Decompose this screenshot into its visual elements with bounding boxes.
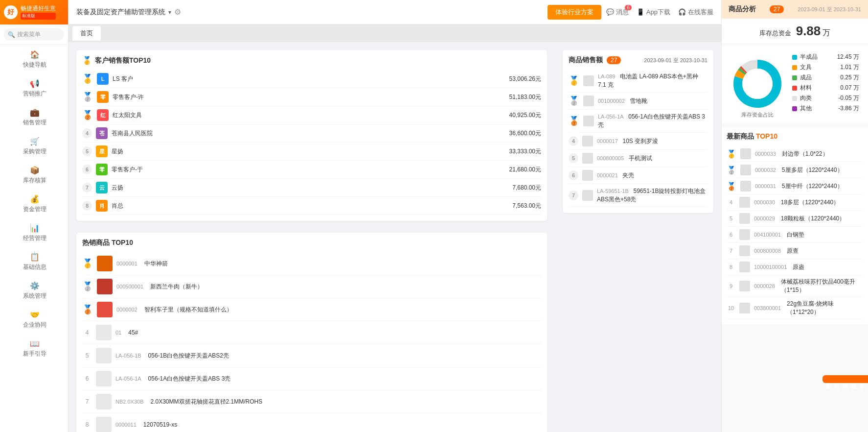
sidebar-item-home[interactable]: 🏠 快捷导航 <box>0 45 68 74</box>
sidebar-item-operation[interactable]: 📊 经营管理 <box>0 218 68 247</box>
new-product-item[interactable]: 10 003800001 22g鱼豆腐-烧烤味（1*12*20） <box>727 297 863 319</box>
hot-product-item[interactable]: 6 LA-056-1A 056-1A白色按键开关盖ABS 3壳 <box>82 367 541 390</box>
svg-rect-19 <box>739 197 750 208</box>
customer-rank-item[interactable]: 7 云 云扬 7,680.00元 <box>82 179 541 197</box>
try-plan-button[interactable]: 体验行业方案 <box>548 5 601 20</box>
app-download-action[interactable]: 📱 App下载 <box>637 8 670 17</box>
sidebar-item-basic[interactable]: 📋 基础信息 <box>0 247 68 276</box>
sidebar-item-guide[interactable]: 📖 新手引导 <box>0 334 68 363</box>
customer-value: 53,006.26元 <box>509 75 541 83</box>
content-columns: 🥇 客户销售额TOP10 🥇 L LS 客户 53,006.26元 🥈 零 零售… <box>69 42 721 432</box>
messages-action[interactable]: 💬 消息 6 <box>606 8 629 17</box>
corp-icon: 🤝 <box>30 310 40 319</box>
hot-products-panel: 热销商品 TOP10 🥇 0000001 中华神箭 🥈 000500001 新西… <box>76 233 547 432</box>
new-product-item[interactable]: 5 0000029 18颗粒板（1220*2440） <box>727 211 863 227</box>
home-icon: 🏠 <box>30 50 40 59</box>
medal-icon: 🥉 <box>82 304 93 315</box>
hot-product-item[interactable]: 5 LA-056-1B 056-1B白色按键开关盖ABS2壳 <box>82 344 541 367</box>
new-product-item[interactable]: 7 000800008 原查 <box>727 243 863 259</box>
new-product-item[interactable]: 🥈 0000032 5厘多层（1220*2440） <box>727 162 863 178</box>
legend-item: 材料 0.07 万 <box>792 84 859 92</box>
customer-rank-item[interactable]: 8 肖 肖总 7,563.00元 <box>82 197 541 215</box>
new-product-item[interactable]: 🥇 0000033 封边带（1.0*22） <box>727 146 863 162</box>
product-rank-item[interactable]: 6 0000021 夹壳 <box>569 167 708 184</box>
svg-rect-9 <box>582 190 593 201</box>
product-rank-item[interactable]: 4 0000017 10S 变刹罗浚 <box>569 133 708 150</box>
product-name: 45# <box>128 329 138 336</box>
legend-value: 0.25 万 <box>840 73 859 82</box>
product-code: 0000017 <box>597 138 618 144</box>
sidebar-item-inventory[interactable]: 📦 库存核算 <box>0 161 68 190</box>
rank-number: 7 <box>569 191 578 200</box>
float-customer-service[interactable]: 客服热线服务社区直播 <box>822 375 868 383</box>
customer-rank-list: 🥇 L LS 客户 53,006.26元 🥈 零 零售客户-许 51,183.0… <box>82 70 541 215</box>
sidebar-item-purchase[interactable]: 🛒 采购管理 <box>0 132 68 161</box>
product-code: 0000002 <box>116 307 137 312</box>
new-product-item[interactable]: 4 0000030 18多层（1220*2440） <box>727 194 863 211</box>
sidebar-item-marketing[interactable]: 📢 营销推广 <box>0 74 68 103</box>
message-icon: 💬 <box>606 8 614 16</box>
svg-rect-17 <box>740 165 751 175</box>
online-service-action[interactable]: 🎧 在线客服 <box>678 8 713 17</box>
customer-rank-item[interactable]: 5 星 星扬 33,333.00元 <box>82 143 541 161</box>
product-info: LA-056-1A 056-1A白色按键开关盖ABS 3 壳 <box>598 113 708 129</box>
tab-home[interactable]: 首页 <box>72 26 101 41</box>
sidebar-item-sales[interactable]: 💼 销售管理 <box>0 103 68 132</box>
product-img <box>740 148 751 159</box>
product-rank-title-text: 商品销售额 <box>569 56 603 65</box>
hot-product-item[interactable]: 🥈 000500001 新西兰牛肉（新牛） <box>82 275 541 298</box>
customer-name: 苍南县人民医院 <box>112 129 505 138</box>
customer-rank-title: 🥇 客户销售额TOP10 <box>82 56 541 65</box>
hot-product-item[interactable]: 🥉 0000002 智利车子里（规格不知道填什么） <box>82 298 541 321</box>
customer-rank-item[interactable]: 6 零 零售客户-于 21,680.00元 <box>82 161 541 179</box>
product-rank-item[interactable]: 🥉 LA-056-1A 056-1A白色按键开关盖ABS 3 壳 <box>569 110 708 133</box>
svg-rect-7 <box>582 153 593 164</box>
product-rank-item[interactable]: 5 000800005 手机测试 <box>569 150 708 167</box>
customer-rank-item[interactable]: 🥇 L LS 客户 53,006.26元 <box>82 70 541 88</box>
product-thumbnail <box>97 302 113 317</box>
product-name: 5厘中纤（1220*2440） <box>782 182 863 191</box>
svg-rect-25 <box>739 303 750 313</box>
settings-icon[interactable]: ⚙ <box>174 7 181 17</box>
svg-rect-18 <box>740 181 751 192</box>
search-menu-trigger[interactable]: 🔍 搜索菜单 <box>4 28 64 41</box>
sidebar-item-corp[interactable]: 🤝 企业协同 <box>0 305 68 334</box>
hot-product-item[interactable]: 🥇 0000001 中华神箭 <box>82 252 541 275</box>
sidebar-item-finance[interactable]: 💰 资金管理 <box>0 190 68 218</box>
hot-product-item[interactable]: 7 NB2.0X30B 2.0X30MM双搓花轴搓花直径2.1MM/ROHS <box>82 390 541 413</box>
product-rank-panel: 商品销售额 27 2023-09-01 至 2023-10-31 🥇 LA-08… <box>563 50 713 213</box>
new-product-item[interactable]: 8 10000100001 原盎 <box>727 259 863 275</box>
donut-label: 库存资金占比 <box>731 111 784 119</box>
medal-icon: 🥉 <box>727 182 736 191</box>
sidebar-item-label: 采购管理 <box>23 147 46 156</box>
operation-icon: 📊 <box>30 223 40 233</box>
new-product-item[interactable]: 🥉 0000031 5厘中纤（1220*2440） <box>727 178 863 194</box>
customer-rank-item[interactable]: 4 苍 苍南县人民医院 36,600.00元 <box>82 124 541 143</box>
new-product-item[interactable]: 6 004100001 白钢垫 <box>727 227 863 243</box>
product-code: 003800001 <box>754 305 781 311</box>
product-rank-item[interactable]: 🥇 LA-089 电池盖 LA-089 ABS本色+黑种 7.1 克 <box>569 70 708 93</box>
product-code: LA-056-1B <box>115 353 141 359</box>
hot-product-item[interactable]: 8 0000011 12070519-xs <box>82 413 541 432</box>
sidebar-item-label: 营销推广 <box>23 90 46 98</box>
sidebar-search-area[interactable]: 🔍 搜索菜单 <box>0 24 68 45</box>
product-code: 004100001 <box>754 232 781 238</box>
customer-rank-item[interactable]: 🥈 零 零售客户-许 51,183.00元 <box>82 88 541 106</box>
new-product-item[interactable]: 9 0000028 体械荔枝味苏打饮品400毫升（1*15） <box>727 275 863 297</box>
legend-dot <box>792 106 797 111</box>
product-rank-item[interactable]: 7 LA-59651-1B 59651-1B旋转投影灯电池盒 ABS黑色+58壳 <box>569 184 708 207</box>
legend-name: 材料 <box>800 84 837 92</box>
purchase-icon: 🛒 <box>30 137 40 146</box>
hot-product-item[interactable]: 4 01 45# <box>82 321 541 344</box>
product-rank-item[interactable]: 🥈 001000002 雪地靴 <box>569 93 708 110</box>
svg-rect-16 <box>740 148 751 159</box>
svg-rect-22 <box>739 245 750 256</box>
sidebar-item-system[interactable]: ⚙️ 系统管理 <box>0 276 68 305</box>
customer-value: 40,925.00元 <box>509 111 541 120</box>
product-img <box>739 213 750 224</box>
customer-rank-item[interactable]: 🥉 红 红太阳文具 40,925.00元 <box>82 106 541 124</box>
customer-value: 7,680.00元 <box>512 184 541 192</box>
product-code: LA-59651-1B <box>597 188 629 194</box>
dropdown-icon[interactable]: ▾ <box>168 9 171 16</box>
product-count-badge: 27 <box>607 56 621 64</box>
